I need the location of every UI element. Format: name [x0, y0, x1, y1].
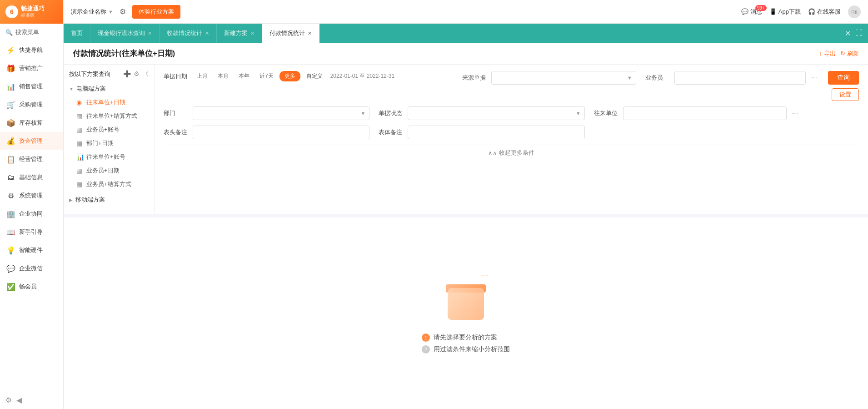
tab-payment-stats[interactable]: 付款情况统计 ✕	[262, 24, 319, 43]
body-notes-input[interactable]	[408, 126, 584, 139]
filter-settings-btn[interactable]: 设置	[832, 88, 859, 101]
company-selector[interactable]: 演示企业名称 ▼	[71, 8, 113, 16]
sidebar-item-system[interactable]: ⚙ 系统管理	[0, 187, 63, 205]
counterpart-input[interactable]	[623, 106, 787, 120]
sidebar-item-inventory[interactable]: 📦 库存核算	[0, 114, 63, 132]
pc-group-arrow-icon: ▼	[69, 86, 74, 91]
guide-icon: 📖	[6, 227, 15, 237]
tab-payment-stats-close[interactable]: ✕	[308, 30, 312, 36]
header-notes-input[interactable]	[193, 126, 369, 139]
scheme-item-salesperson-settlement[interactable]: ▦ 业务员+结算方式	[64, 177, 154, 191]
doc-status-select[interactable]: ▼	[408, 106, 584, 120]
date-more[interactable]: 更多	[279, 71, 300, 81]
search-menu[interactable]: 🔍 搜索菜单	[0, 24, 63, 41]
tab-expand-icon[interactable]: ⛶	[855, 29, 863, 37]
sidebar-item-finance[interactable]: 💰 资金管理	[0, 132, 63, 150]
scheme-item-salesperson-account[interactable]: ▦ 业务员+账号	[64, 123, 154, 136]
filter-row-2: 部门 ▼ 单据状态 ▼ 往来单位	[164, 106, 859, 120]
tab-bank-flow[interactable]: 现金银行流水查询 ✕	[90, 24, 160, 43]
sidebar: 6 畅捷通巧 标准版 🔍 搜索菜单 ⚡ 快捷导航 🎁 营销推广 📊 销售管理 🛒…	[0, 0, 64, 409]
dept-date-icon: ▦	[76, 140, 84, 147]
sidebar-item-member[interactable]: ✅ 畅会员	[0, 278, 63, 296]
logo-icon: 6	[5, 5, 18, 18]
scheme-settings-icon[interactable]: ⚙	[134, 70, 140, 78]
tab-bank-flow-close[interactable]: ✕	[148, 30, 152, 36]
source-doc-select[interactable]: ▼	[491, 71, 636, 85]
tab-receipt-stats-close[interactable]: ✕	[205, 30, 209, 36]
empty-step-1: 1 请先选择要分析的方案	[422, 333, 510, 342]
sidebar-item-basic-info[interactable]: 🗂 基础信息	[0, 168, 63, 187]
collapse-more-btn[interactable]: ∧∧ 收起更多条件	[164, 145, 859, 161]
date-label: 单据日期	[164, 72, 189, 81]
filter-date-field: 单据日期 上月 本月 本年 近7天 更多 自定义 2022-01-01 至 20…	[164, 71, 453, 81]
sidebar-item-guide[interactable]: 📖 新手引导	[0, 223, 63, 241]
counterpart-label: 往来单位	[594, 109, 619, 117]
business-icon: 📋	[6, 155, 15, 164]
company-chevron-icon: ▼	[108, 9, 113, 15]
main-area: 演示企业名称 ▼ ⚙ 体验行业方案 💬 消息 99+ 📱 App下载 🎧 在线客…	[64, 0, 868, 409]
scheme-panel-header: 按以下方案查询 ➕ ⚙ 《	[64, 70, 154, 82]
export-btn[interactable]: ↑ 导出	[819, 50, 836, 58]
refresh-btn[interactable]: ↻ 刷新	[840, 50, 859, 58]
sidebar-logo: 6 畅捷通巧 标准版	[0, 0, 63, 24]
salesperson-settlement-icon: ▦	[76, 181, 84, 188]
scheme-add-icon[interactable]: ➕	[123, 70, 131, 78]
scheme-pc-group-header[interactable]: ▼ 电脑端方案	[64, 82, 154, 96]
sidebar-item-company[interactable]: 🏢 企业协同	[0, 205, 63, 223]
tab-new-plan[interactable]: 新建方案 ✕	[217, 24, 262, 43]
sidebar-item-quick-nav[interactable]: ⚡ 快捷导航	[0, 41, 63, 59]
tab-close-all-icon[interactable]: ✕	[845, 29, 851, 38]
counterpart-dots[interactable]: ···	[790, 109, 800, 117]
online-service-btn[interactable]: 🎧 在线客服	[808, 8, 841, 16]
sidebar-collapse-icon[interactable]: ◀	[16, 396, 22, 404]
user-avatar[interactable]: Rit	[848, 5, 861, 18]
date-custom[interactable]: 自定义	[302, 71, 327, 81]
avatar-text: Rit	[851, 9, 857, 15]
tab-home[interactable]: 首页	[64, 24, 90, 43]
empty-dots: ···	[481, 270, 489, 280]
header-right: 💬 消息 99+ 📱 App下载 🎧 在线客服 Rit	[741, 5, 861, 18]
sidebar-item-marketing[interactable]: 🎁 营销推广	[0, 59, 63, 77]
header-settings-icon[interactable]: ⚙	[120, 7, 126, 16]
empty-illustration: ···	[439, 270, 493, 324]
salesperson-dots[interactable]: ···	[809, 74, 819, 82]
scheme-mobile-group-header[interactable]: ▶ 移动端方案	[64, 193, 154, 207]
sidebar-item-hardware[interactable]: 💡 智能硬件	[0, 241, 63, 259]
scheme-item-unit-account[interactable]: 📊 往来单位+账号	[64, 150, 154, 164]
unit-account-icon: 📊	[76, 153, 84, 161]
refresh-icon: ↻	[840, 50, 845, 57]
notification-btn[interactable]: 💬 消息 99+	[741, 8, 762, 16]
unit-settlement-icon: ▦	[76, 112, 84, 120]
scheme-item-dept-date[interactable]: ▦ 部门+日期	[64, 136, 154, 150]
dept-select[interactable]: ▼	[193, 106, 369, 120]
sidebar-item-business[interactable]: 📋 经营管理	[0, 150, 63, 168]
tab-receipt-stats[interactable]: 收款情况统计 ✕	[160, 24, 217, 43]
sidebar-item-sales[interactable]: 📊 销售管理	[0, 77, 63, 96]
tab-new-plan-close[interactable]: ✕	[250, 30, 254, 36]
app-download-btn[interactable]: 📱 App下载	[769, 8, 801, 16]
notification-badge: 99+	[755, 5, 767, 11]
date-options: 上月 本月 本年 近7天 更多 自定义 2022-01-01 至 2022-12…	[193, 71, 394, 81]
sidebar-item-wechat[interactable]: 💬 企业微信	[0, 259, 63, 278]
unit-date-icon: ◉	[76, 99, 84, 106]
date-this-month[interactable]: 本月	[214, 71, 233, 81]
scheme-item-unit-settlement[interactable]: ▦ 往来单位+结算方式	[64, 109, 154, 123]
sidebar-item-purchase[interactable]: 🛒 采购管理	[0, 96, 63, 114]
scheme-pc-group: ▼ 电脑端方案 ◉ 往来单位+日期 ▦ 往来单位+结算方式 ▦ 业务员+账号	[64, 82, 154, 191]
query-btn[interactable]: 查询	[828, 71, 859, 85]
sidebar-bottom: ⚙ ◀	[0, 391, 63, 409]
date-last-7[interactable]: 近7天	[255, 71, 278, 81]
scheme-item-salesperson-date[interactable]: ▦ 业务员+日期	[64, 164, 154, 177]
sidebar-settings-icon[interactable]: ⚙	[5, 396, 12, 404]
date-last-month[interactable]: 上月	[193, 71, 212, 81]
scheme-collapse-icon[interactable]: 《	[142, 70, 149, 78]
trial-btn[interactable]: 体验行业方案	[132, 5, 180, 19]
salesperson-input[interactable]	[674, 71, 806, 85]
app-download-icon: 📱	[769, 8, 777, 15]
scheme-item-unit-date[interactable]: ◉ 往来单位+日期	[64, 96, 154, 109]
filter-header-notes-field: 表头备注	[164, 126, 369, 139]
salesperson-account-icon: ▦	[76, 126, 84, 133]
source-doc-arrow-icon: ▼	[627, 75, 632, 81]
date-this-year[interactable]: 本年	[234, 71, 254, 81]
doc-status-arrow-icon: ▼	[576, 111, 581, 116]
